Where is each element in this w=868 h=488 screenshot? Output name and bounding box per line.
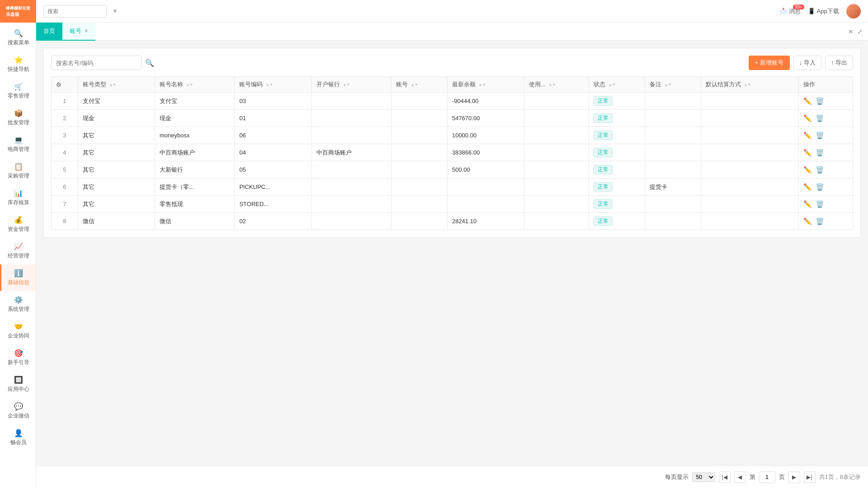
col-settlement-sort: ▲▼ [744,83,751,87]
row-balance: 383866.00 [447,144,524,161]
edit-icon[interactable]: ✏️ [803,97,812,105]
col-settlement[interactable]: 默认结算方式 ▲▼ [701,77,799,93]
avatar[interactable] [846,4,861,19]
page-prev-button[interactable]: ◀ [734,471,746,483]
sidebar-item-retail[interactable]: 🛒 零售管理 [0,78,36,104]
col-code[interactable]: 账号编码 ▲▼ [235,77,311,93]
row-status: 正常 [589,213,645,230]
edit-icon[interactable]: ✏️ [803,200,812,208]
content-area: 🔍 + 新增账号 ↓ 导入 ↑ 导出 ⚙ 账号类型 ▲▼ [36,41,868,465]
sidebar-item-operation[interactable]: 📈 经营管理 [0,238,36,264]
row-account [392,127,448,144]
add-account-button[interactable]: + 新增账号 [749,56,790,70]
delete-icon[interactable]: 🗑️ [816,166,824,174]
delete-icon[interactable]: 🗑️ [816,183,824,191]
ecommerce-icon: 💻 [14,136,23,144]
row-num: 8 [52,213,78,230]
sidebar-item-collab[interactable]: 🤝 企业协同 [0,318,36,344]
row-bank [311,110,391,127]
tab-account-close[interactable]: ✕ [84,28,88,34]
col-use[interactable]: 使用... ▲▼ [524,77,589,93]
edit-icon[interactable]: ✏️ [803,217,812,225]
col-status-sort: ▲▼ [609,83,616,87]
row-settlement [701,178,799,196]
col-code-sort: ▲▼ [266,83,273,87]
tab-home[interactable]: 首页 [36,23,62,41]
row-account [392,196,448,213]
edit-icon[interactable]: ✏️ [803,149,812,157]
row-use [524,144,589,161]
col-type-label: 账号类型 [83,81,106,88]
row-settlement [701,144,799,161]
sidebar-item-member[interactable]: 👤 畅会员 [0,424,36,451]
page-first-button[interactable]: |◀ [719,471,731,483]
table-search-icon[interactable]: 🔍 [145,59,154,67]
row-account [392,161,448,178]
sidebar-item-nav[interactable]: ⭐ 快捷导航 [0,51,36,78]
row-settlement [701,161,799,178]
edit-icon[interactable]: ✏️ [803,183,812,191]
col-status[interactable]: 状态 ▲▼ [589,77,645,93]
col-balance[interactable]: 最新余额 ▲▼ [447,77,524,93]
header-search-input[interactable] [43,5,107,18]
page-last-button[interactable]: ▶| [804,471,816,483]
tab-account-label: 账号 [70,27,81,35]
delete-icon[interactable]: 🗑️ [816,200,824,208]
col-bank[interactable]: 开户银行 ▲▼ [311,77,391,93]
page-label: 页 [779,473,785,481]
tab-account[interactable]: 账号 ✕ [62,23,95,41]
row-type: 其它 [78,178,155,196]
sidebar-item-wholesale[interactable]: 📦 批发管理 [0,104,36,131]
inventory-icon: 📊 [14,189,23,197]
page-next-button[interactable]: ▶ [788,471,800,483]
page-size-select[interactable]: 50 100 200 [692,472,715,482]
edit-icon[interactable]: ✏️ [803,131,812,140]
col-use-sort: ▲▼ [549,83,556,87]
page-input[interactable] [759,471,775,483]
sidebar-item-wechat[interactable]: 💬 企业微信 [0,398,36,424]
col-account[interactable]: 账号 ▲▼ [392,77,448,93]
row-code: 02 [235,213,311,230]
app-download-button[interactable]: 📱 App下载 [808,7,839,15]
row-actions: ✏️ 🗑️ [799,178,853,196]
header-search-icon[interactable]: ▼ [112,8,118,14]
sidebar-item-apps[interactable]: 🔲 应用中心 [0,371,36,398]
delete-icon[interactable]: 🗑️ [816,114,824,122]
sidebar-item-purchase[interactable]: 📋 采购管理 [0,158,36,184]
import-button[interactable]: ↓ 导入 [793,56,821,70]
sidebar-item-inventory[interactable]: 📊 库存核算 [0,184,36,211]
col-settings[interactable]: ⚙ [52,77,78,93]
app-label: App下载 [817,7,839,15]
delete-icon[interactable]: 🗑️ [816,131,824,140]
edit-icon[interactable]: ✏️ [803,166,812,174]
sidebar-item-system[interactable]: ⚙️ 系统管理 [0,291,36,318]
col-use-label: 使用... [529,81,546,88]
row-code: 06 [235,127,311,144]
col-type[interactable]: 账号类型 ▲▼ [78,77,155,93]
col-name-label: 账号名称 [160,81,183,88]
delete-icon[interactable]: 🗑️ [816,97,824,105]
sidebar-item-guide[interactable]: 🎯 新手引导 [0,344,36,371]
delete-icon[interactable]: 🗑️ [816,217,824,225]
delete-icon[interactable]: 🗑️ [816,149,824,157]
operation-icon: 📈 [14,242,23,251]
row-status: 正常 [589,127,645,144]
message-button[interactable]: 📩 消息 99+ [780,7,801,15]
sidebar-item-ecommerce[interactable]: 💻 电商管理 [0,131,36,158]
edit-icon[interactable]: ✏️ [803,114,812,122]
finance-icon: 💰 [14,216,23,224]
sidebar-item-search[interactable]: 🔍 搜索菜单 [0,24,36,51]
col-remark-label: 备注 [650,81,661,88]
table-search-input[interactable] [51,56,142,70]
col-name[interactable]: 账号名称 ▲▼ [155,77,234,93]
export-button[interactable]: ↑ 导出 [825,56,853,70]
tab-close-icon[interactable]: ✕ [848,28,854,35]
sidebar-item-finance[interactable]: 💰 资金管理 [0,211,36,238]
col-remark[interactable]: 备注 ▲▼ [645,77,701,93]
row-name: 支付宝 [155,93,234,110]
row-name: 微信 [155,213,234,230]
row-actions: ✏️ 🗑️ [799,127,853,144]
sidebar-item-label-basic: 基础信息 [8,279,29,286]
sidebar-item-basic[interactable]: ℹ️ 基础信息 [0,264,36,291]
tab-expand-icon[interactable]: ⤢ [857,28,863,35]
